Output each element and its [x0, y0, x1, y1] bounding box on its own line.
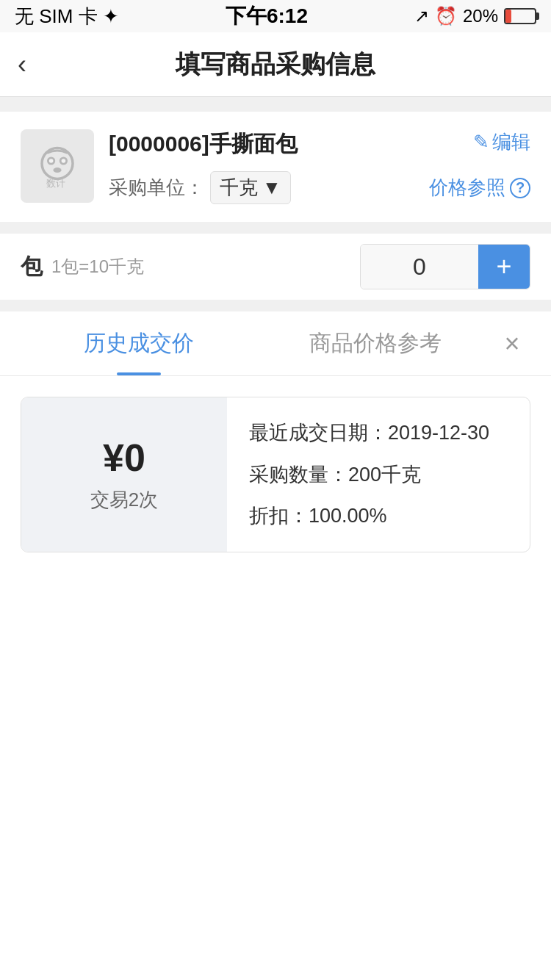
transaction-card: ¥0 交易2次 最近成交日期：2019-12-30 采购数量：200千克 折扣：…	[21, 397, 530, 552]
status-right: ↗ ⏰ 20%	[414, 6, 536, 26]
purchase-qty-row: 采购数量：200千克	[249, 460, 508, 490]
svg-point-4	[62, 159, 66, 163]
status-time: 下午6:12	[226, 2, 308, 30]
svg-point-3	[49, 159, 54, 163]
package-icon: 包	[21, 252, 43, 282]
sim-text: 无 SIM 卡 ✦	[15, 4, 119, 29]
back-button[interactable]: ‹	[18, 49, 26, 80]
quantity-plus-button[interactable]: +	[478, 245, 530, 289]
section-divider	[0, 222, 551, 234]
chevron-down-icon: ▼	[262, 176, 281, 199]
discount-label: 折扣：	[249, 505, 309, 527]
help-icon: ?	[510, 178, 530, 198]
discount-value: 100.00%	[309, 505, 387, 527]
status-bar: 无 SIM 卡 ✦ 下午6:12 ↗ ⏰ 20%	[0, 0, 551, 32]
product-card: 数计 [0000006]手撕面包 ✎ 编辑 采购单位： 千克 ▼	[0, 112, 551, 222]
unit-dropdown[interactable]: 千克 ▼	[210, 171, 291, 204]
product-info: [0000006]手撕面包 ✎ 编辑 采购单位： 千克 ▼ 价格参照 ?	[109, 129, 530, 204]
tab-close-button[interactable]: ×	[494, 325, 530, 362]
quantity-input-wrap: +	[360, 244, 530, 289]
product-name: [0000006]手撕面包	[109, 129, 298, 159]
product-unit-row: 采购单位： 千克 ▼ 价格参照 ?	[109, 171, 530, 204]
purchase-qty-value: 200千克	[348, 464, 421, 486]
product-name-row: [0000006]手撕面包 ✎ 编辑	[109, 129, 530, 159]
quantity-row: 包 1包=10千克 +	[0, 234, 551, 300]
tabs-header: 历史成交价 商品价格参考 ×	[0, 311, 551, 376]
transaction-area: ¥0 交易2次 最近成交日期：2019-12-30 采购数量：200千克 折扣：…	[0, 376, 551, 573]
page-title: 填写商品采购信息	[176, 48, 375, 82]
edit-icon: ✎	[473, 131, 489, 154]
owl-logo-icon: 数计	[32, 140, 83, 192]
recent-date-row: 最近成交日期：2019-12-30	[249, 418, 508, 448]
transaction-count: 交易2次	[90, 487, 158, 513]
product-image: 数计	[21, 129, 94, 203]
battery-text: 20%	[463, 6, 498, 26]
svg-point-5	[53, 167, 61, 173]
transaction-price-panel: ¥0 交易2次	[21, 397, 227, 552]
unit-label: 采购单位：	[109, 175, 204, 201]
transaction-details: 最近成交日期：2019-12-30 采购数量：200千克 折扣：100.00%	[227, 397, 530, 552]
tab-history-price[interactable]: 历史成交价	[21, 311, 257, 375]
price-ref-button[interactable]: 价格参照 ?	[429, 175, 530, 201]
recent-date-value: 2019-12-30	[388, 422, 489, 444]
nav-bar: ‹ 填写商品采购信息	[0, 32, 551, 97]
status-left: 无 SIM 卡 ✦	[15, 4, 119, 29]
unit-selector: 采购单位： 千克 ▼	[109, 171, 291, 204]
edit-button[interactable]: ✎ 编辑	[473, 129, 530, 155]
price-ref-label: 价格参照	[429, 175, 505, 201]
package-sub-label: 1包=10千克	[51, 255, 360, 278]
discount-row: 折扣：100.00%	[249, 501, 508, 531]
transaction-price: ¥0	[103, 436, 145, 480]
svg-text:数计: 数计	[46, 179, 65, 189]
recent-date-label: 最近成交日期：	[249, 422, 388, 444]
direction-icon: ↗	[414, 6, 429, 26]
svg-point-0	[42, 148, 73, 179]
quantity-input[interactable]	[361, 245, 478, 289]
alarm-icon: ⏰	[435, 6, 457, 26]
battery-icon	[504, 8, 536, 24]
product-header: 数计 [0000006]手撕面包 ✎ 编辑 采购单位： 千克 ▼	[21, 129, 530, 204]
tab-price-reference[interactable]: 商品价格参考	[257, 311, 494, 375]
purchase-qty-label: 采购数量：	[249, 464, 348, 486]
tabs-panel: 历史成交价 商品价格参考 × ¥0 交易2次 最近成交日期：2019-12-30…	[0, 311, 551, 573]
unit-value: 千克	[220, 175, 258, 201]
bottom-space	[0, 573, 551, 981]
edit-label: 编辑	[492, 129, 530, 155]
